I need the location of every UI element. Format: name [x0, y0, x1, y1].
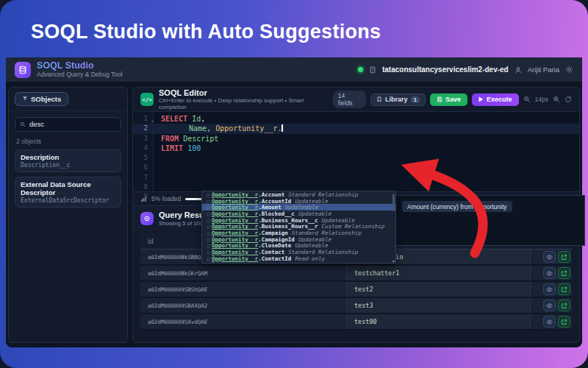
app-title: SOQL Studio: [37, 61, 123, 71]
line-number: 8: [133, 183, 153, 192]
code-icon: </>: [140, 93, 154, 106]
table-row: a02dM000009SBAXQA2 test3: [140, 298, 572, 314]
open-record-button[interactable]: [558, 267, 570, 279]
screenshot-root: SOQL Studio with Auto Suggestions SOQL S…: [0, 0, 588, 368]
theme-toggle-sun-icon[interactable]: [565, 66, 573, 74]
eye-icon: [546, 270, 553, 277]
user-name: Arijit Paria: [528, 66, 559, 74]
view-record-button[interactable]: [543, 300, 556, 311]
external-link-icon: [561, 286, 567, 293]
cell-name: test00: [346, 314, 531, 329]
cell-name: test3: [346, 298, 531, 313]
app-window: SOQL Studio Advanced Query & Debug Tool …: [6, 57, 582, 347]
save-icon: [437, 96, 442, 102]
editor-title: SOQL Editor: [159, 88, 333, 98]
dropdown-scrollbar[interactable]: [392, 194, 395, 211]
external-link-icon: [561, 254, 567, 261]
line-number: 3: [133, 134, 153, 144]
suggestion-kind-icon: □: [205, 211, 212, 216]
line-number: 1▾: [133, 114, 153, 124]
cell-name: test2: [346, 282, 531, 297]
suggestion-item[interactable]: ○ Opportunity__r.Contact Standard Relati…: [202, 249, 395, 255]
cell-id: a02dM00000BkSKrQAM: [140, 266, 346, 280]
banner-title: SOQL Studio with Auto Suggestions: [31, 21, 381, 43]
code-line-4: LIMIT 100: [154, 144, 579, 153]
view-record-button[interactable]: [543, 316, 556, 328]
suggestion-kind-icon: ○: [205, 224, 212, 229]
search-icon: [20, 121, 26, 127]
sobject-api-name: Description__c: [21, 162, 115, 169]
view-record-button[interactable]: [543, 251, 556, 263]
suggestion-docs-panel: Amount (currency) from Opportunity: [395, 195, 585, 246]
code-line-2: Name, Opportunity__r.: [154, 124, 579, 133]
app-header: SOQL Studio Advanced Query & Debug Tool …: [6, 57, 582, 82]
bookmark-icon: [376, 96, 382, 102]
sobject-search-input[interactable]: desc: [15, 117, 121, 132]
table-row: a02dM00000BkSKrQAM testchatter1: [140, 266, 572, 282]
eye-icon: [546, 319, 553, 325]
suggestion-kind-icon: □: [205, 218, 212, 223]
font-size-label: 14px: [535, 96, 548, 103]
open-record-button[interactable]: [558, 316, 570, 328]
font-increase-button[interactable]: [553, 96, 560, 103]
suggestion-item[interactable]: □ Opportunity__r.AccountId Updateable: [202, 198, 395, 205]
external-link-icon: [561, 270, 567, 277]
table-row: a02dM000009SBShQAE test2: [140, 282, 572, 298]
open-record-button[interactable]: [558, 283, 570, 295]
editor-header: </> SOQL Editor Ctrl+Enter to execute • …: [133, 88, 579, 112]
code-line-3: FROM Descript: [154, 134, 579, 144]
suggestion-kind-icon: □: [205, 237, 212, 242]
user-icon: [514, 66, 522, 74]
cell-id: a02dM000009SXvdQAE: [140, 314, 346, 329]
suggestion-item[interactable]: □ Opportunity__r.ContactId Read-only: [202, 255, 395, 262]
sobject-card[interactable]: Description Description__c: [15, 149, 121, 172]
suggestion-item[interactable]: ○ Opportunity__r.Campaign Standard Relat…: [202, 230, 395, 236]
reset-font-button[interactable]: [564, 96, 572, 103]
suggestion-kind-icon: □: [205, 199, 212, 204]
save-button[interactable]: Save: [430, 93, 467, 106]
suggestion-item[interactable]: □ Opportunity__r.CloseDate Updateable: [202, 243, 395, 250]
eye-icon: [546, 254, 553, 261]
sobject-search-value: desc: [29, 120, 44, 128]
open-record-button[interactable]: [558, 300, 570, 311]
suggestion-item[interactable]: □ Opportunity__r.Amount Updateable: [202, 204, 395, 210]
suggestion-item[interactable]: ○ Opportunity__r.Account Standard Relati…: [202, 191, 395, 198]
results-icon: [140, 212, 154, 225]
editor-subtitle: Ctrl+Enter to execute • Deep relationshi…: [159, 97, 333, 110]
suggestion-item[interactable]: ○ Opportunity__r.Business_Hours__r Custo…: [202, 223, 395, 230]
view-record-button[interactable]: [543, 283, 556, 295]
suggestion-kind-icon: □: [205, 256, 212, 261]
tab-sobjects-label: SObjects: [31, 95, 61, 103]
org-name: tataconsultancyserviceslim2-dev-ed: [382, 66, 509, 74]
external-link-icon: [561, 319, 567, 325]
object-list: Description Description__c External Data…: [9, 149, 127, 208]
view-record-button[interactable]: [543, 267, 556, 279]
org-icon: [369, 66, 376, 74]
code-editor[interactable]: 1▾23456789 SELECT Id, Name, Opportunity_…: [133, 112, 579, 191]
suggestion-kind-icon: ○: [205, 250, 212, 255]
font-decrease-button[interactable]: [523, 96, 531, 103]
line-number: 4: [133, 144, 153, 153]
execute-button[interactable]: Execute: [472, 93, 519, 106]
code-line-1: SELECT Id,: [154, 114, 579, 124]
code-area: SELECT Id, Name, Opportunity__r. FROM De…: [154, 112, 579, 191]
app-logo-database-icon: [15, 62, 31, 78]
autocomplete-dropdown: ○ Opportunity__r.Account Standard Relati…: [201, 191, 396, 263]
sobject-card[interactable]: External Data Source Descriptor External…: [15, 177, 121, 208]
open-record-button[interactable]: [558, 251, 570, 263]
suggestion-item[interactable]: □ Opportunity__r.CampaignId Updateable: [202, 236, 395, 243]
object-count-label: 2 objects: [16, 138, 120, 145]
sobject-api-name: ExternalDataSrcDescriptor: [21, 197, 115, 204]
funnel-icon: [22, 96, 28, 102]
suggestion-kind-icon: □: [205, 205, 212, 210]
connection-status-dot: [358, 67, 363, 72]
tab-sobjects[interactable]: SObjects: [15, 92, 68, 106]
library-button[interactable]: Library 1: [370, 93, 426, 106]
text-cursor: [282, 124, 283, 132]
line-number: 5: [133, 153, 153, 163]
table-row: a02dM000009SXvdQAE test00: [140, 314, 572, 330]
suggestion-item[interactable]: □ Opportunity__r.Business_Hours__c Updat…: [202, 217, 395, 224]
scroll-down-arrow[interactable]: ▾: [392, 258, 395, 263]
suggestion-item[interactable]: □ Opportunity__r.Blocked__c Updateable: [202, 210, 395, 217]
line-number: 7: [133, 173, 153, 183]
